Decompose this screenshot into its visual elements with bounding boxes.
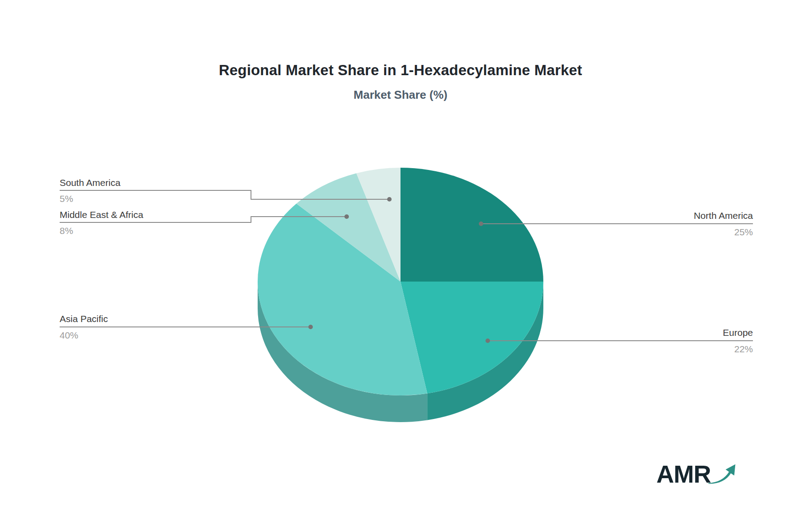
leader-dot-asia-pacific xyxy=(308,325,313,329)
amr-logo-text: AMR xyxy=(656,460,711,488)
value-south-america: 5% xyxy=(60,193,73,204)
label-europe: Europe xyxy=(723,327,753,338)
amr-logo: AMR xyxy=(656,458,745,494)
pie-chart xyxy=(0,0,801,532)
label-north-america: North America xyxy=(694,210,753,221)
leader-dot-south-america xyxy=(387,197,392,202)
label-middle-east-africa: Middle East & Africa xyxy=(60,209,143,220)
leader-dot-europe xyxy=(485,339,490,343)
leader-dot-north-america xyxy=(479,222,483,226)
value-north-america: 25% xyxy=(734,226,753,238)
pie-slice-north-america[interactable] xyxy=(400,168,543,282)
value-middle-east-africa: 8% xyxy=(60,225,73,236)
label-asia-pacific: Asia Pacific xyxy=(60,313,108,324)
label-south-america: South America xyxy=(60,177,121,188)
value-asia-pacific: 40% xyxy=(60,330,78,341)
value-europe: 22% xyxy=(734,343,753,355)
leader-dot-middle-east-africa xyxy=(344,214,349,219)
chart-canvas: Regional Market Share in 1-Hexadecylamin… xyxy=(0,0,801,532)
growth-arrow-icon xyxy=(708,459,736,488)
